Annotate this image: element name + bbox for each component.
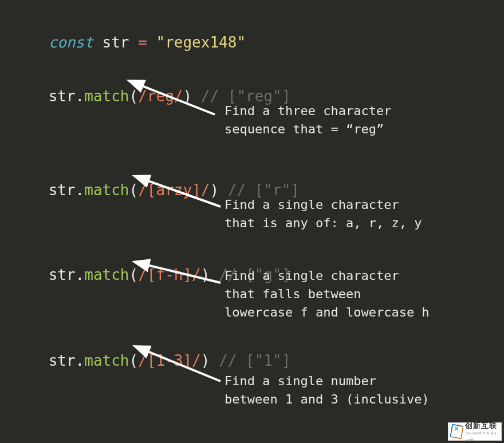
watermark-text: 创新互联 CHUANG XIN HU LIAN [465,422,501,442]
annotation-4: Find a single number between 1 and 3 (in… [225,372,430,409]
svg-line-2 [145,264,220,283]
annotation-3: Find a single character that falls betwe… [225,267,430,322]
annotation-1: Find a three character sequence that = “… [225,102,391,139]
svg-line-0 [139,85,215,114]
declaration-line: const str = "regex148" [13,14,246,72]
keyword-const: const [49,34,93,51]
arrow-icon [135,80,218,120]
code-canvas: const str = "regex148" str.match(/reg/) … [0,0,504,443]
annotation-2: Find a single character that is any of: … [225,196,422,232]
var-name: str [103,34,129,51]
arrow-icon [140,260,223,287]
svg-line-1 [145,180,220,207]
arrow-icon [140,346,223,387]
watermark-badge: 创新互联 CHUANG XIN HU LIAN [448,422,502,441]
string-literal: "regex148" [156,34,246,51]
arrow-icon [140,175,223,212]
assign-op: = [138,34,147,51]
watermark-logo-icon [450,424,464,439]
svg-line-3 [145,350,220,381]
